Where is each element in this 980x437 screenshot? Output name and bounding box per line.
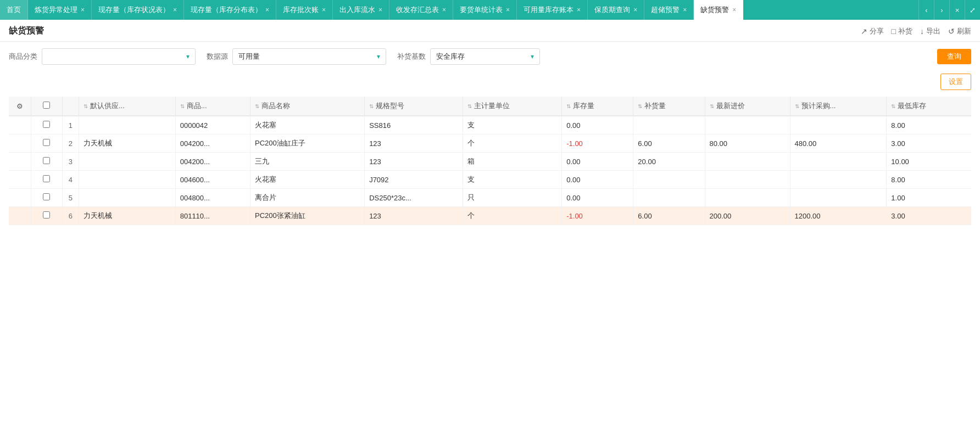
- column-latest-price[interactable]: ⇅ 最新进价: [705, 97, 790, 116]
- row-stock: 0.00: [562, 171, 633, 189]
- tab-expand-button[interactable]: ⤢: [965, 0, 980, 20]
- tab-item-inventory-dist[interactable]: 现存量（库存分布表）×: [184, 0, 276, 20]
- row-unit: 只: [463, 189, 562, 207]
- datasource-label: 数据源: [207, 52, 228, 61]
- replenish-sort-icon: ⇅: [638, 103, 642, 109]
- replenish-base-filter-group: 补货基数 安全库存 ▾: [397, 48, 540, 65]
- select-all-checkbox[interactable]: [43, 102, 50, 109]
- export-button[interactable]: ↓ 导出: [920, 26, 940, 36]
- replenish-base-select[interactable]: 安全库存 ▾: [430, 48, 540, 65]
- tab-close-icon[interactable]: ×: [442, 6, 446, 14]
- replenish-base-arrow-icon: ▾: [531, 53, 534, 60]
- row-name: 离合片: [250, 189, 365, 207]
- tab-item-expiry[interactable]: 保质期查询×: [588, 0, 644, 20]
- row-latest-price: [705, 171, 790, 189]
- datasource-arrow-icon: ▾: [377, 53, 380, 60]
- tab-item-available-ledger[interactable]: 可用量库存账本×: [517, 0, 588, 20]
- row-min-stock: 8.00: [887, 116, 971, 135]
- column-est-purchase[interactable]: ⇅ 预计采购...: [790, 97, 887, 116]
- column-settings[interactable]: ⚙: [9, 97, 31, 116]
- row-stock: 0.00: [562, 116, 633, 135]
- column-stock-label: 库存量: [573, 101, 594, 111]
- column-replenish[interactable]: ⇅ 补货量: [633, 97, 705, 116]
- tab-close-icon[interactable]: ×: [322, 6, 326, 14]
- settings-button[interactable]: 设置: [940, 74, 971, 90]
- tab-close-icon[interactable]: ×: [173, 6, 177, 14]
- replenish-button[interactable]: □ 补货: [892, 26, 912, 36]
- row-replenish: 6.00: [633, 207, 705, 225]
- tab-close-icon[interactable]: ×: [577, 6, 581, 14]
- row-checkbox-cell: [31, 153, 62, 171]
- datasource-select[interactable]: 可用量 ▾: [232, 48, 386, 65]
- tab-close-icon[interactable]: ×: [732, 6, 736, 14]
- tab-item-batch-account[interactable]: 库存批次账×: [276, 0, 333, 20]
- row-replenish: [633, 171, 705, 189]
- row-checkbox-cell: [31, 189, 62, 207]
- tab-item-overstock[interactable]: 超储预警×: [644, 0, 694, 20]
- tab-next-button[interactable]: ›: [934, 0, 949, 20]
- tab-item-shortage[interactable]: 缺货预警×: [694, 0, 743, 20]
- tab-item-abnormal[interactable]: 炼货异常处理×: [28, 0, 92, 20]
- query-button[interactable]: 查询: [937, 49, 971, 64]
- tab-item-home[interactable]: 首页: [0, 0, 28, 20]
- table-row: 3004200...三九123箱0.0020.0010.00: [9, 153, 971, 171]
- row-checkbox[interactable]: [43, 175, 50, 182]
- row-checkbox[interactable]: [43, 139, 50, 146]
- page-title: 缺货预警: [9, 25, 44, 37]
- tab-close-all-button[interactable]: ×: [949, 0, 965, 20]
- unit-sort-icon: ⇅: [467, 103, 472, 109]
- row-code: 004200...: [175, 153, 250, 171]
- tab-close-icon[interactable]: ×: [378, 6, 382, 14]
- name-sort-icon: ⇅: [255, 103, 259, 109]
- tab-item-demand-stats[interactable]: 要货单统计表×: [453, 0, 517, 20]
- column-stock[interactable]: ⇅ 库存量: [562, 97, 633, 116]
- column-unit-label: 主计量单位: [474, 101, 510, 111]
- row-gear-cell: [9, 171, 31, 189]
- row-number: 4: [62, 171, 79, 189]
- latest-price-sort-icon: ⇅: [710, 103, 714, 109]
- share-button[interactable]: ↗ 分享: [861, 26, 884, 36]
- spec-sort-icon: ⇅: [369, 103, 374, 109]
- row-checkbox[interactable]: [43, 211, 50, 218]
- column-name-label: 商品名称: [261, 101, 290, 111]
- row-supplier: [79, 171, 175, 189]
- column-spec[interactable]: ⇅ 规格型号: [365, 97, 463, 116]
- page-header: 缺货预警 ↗ 分享 □ 补货 ↓ 导出 ↺ 刷新: [0, 20, 980, 42]
- row-code: 801110...: [175, 207, 250, 225]
- row-code: 004600...: [175, 171, 250, 189]
- tab-item-inventory-status[interactable]: 现存量（库存状况表）×: [92, 0, 184, 20]
- table-row: 2力天机械004200...PC200油缸庄子123个-1.006.0080.0…: [9, 135, 971, 153]
- tab-prev-button[interactable]: ‹: [918, 0, 934, 20]
- column-min-stock[interactable]: ⇅ 最低库存: [887, 97, 971, 116]
- row-checkbox[interactable]: [43, 193, 50, 200]
- row-checkbox[interactable]: [43, 121, 50, 128]
- gear-icon: ⚙: [16, 102, 23, 110]
- tab-close-icon[interactable]: ×: [81, 6, 85, 14]
- tab-label: 缺货预警: [700, 5, 729, 15]
- row-min-stock: 10.00: [887, 153, 971, 171]
- column-code[interactable]: ⇅ 商品...: [175, 97, 250, 116]
- row-number: 6: [62, 207, 79, 225]
- tab-close-icon[interactable]: ×: [265, 6, 269, 14]
- tab-item-inout-flow[interactable]: 出入库流水×: [333, 0, 389, 20]
- tab-close-icon[interactable]: ×: [506, 6, 510, 14]
- row-checkbox[interactable]: [43, 157, 50, 164]
- refresh-button[interactable]: ↺ 刷新: [948, 26, 971, 36]
- row-gear-cell: [9, 135, 31, 153]
- row-latest-price: 200.00: [705, 207, 790, 225]
- tab-close-icon[interactable]: ×: [683, 6, 687, 14]
- row-checkbox-cell: [31, 207, 62, 225]
- column-unit[interactable]: ⇅ 主计量单位: [463, 97, 562, 116]
- tab-item-receive-summary[interactable]: 收发存汇总表×: [389, 0, 453, 20]
- row-est-purchase: [790, 153, 887, 171]
- tab-close-icon[interactable]: ×: [633, 6, 637, 14]
- row-supplier: [79, 116, 175, 135]
- row-min-stock: 8.00: [887, 171, 971, 189]
- column-name[interactable]: ⇅ 商品名称: [250, 97, 365, 116]
- row-est-purchase: [790, 171, 887, 189]
- export-icon: ↓: [920, 27, 924, 36]
- column-est-purchase-label: 预计采购...: [801, 101, 836, 111]
- row-checkbox-cell: [31, 116, 62, 135]
- column-supplier[interactable]: ⇅ 默认供应...: [79, 97, 175, 116]
- category-select[interactable]: ▾: [42, 48, 196, 65]
